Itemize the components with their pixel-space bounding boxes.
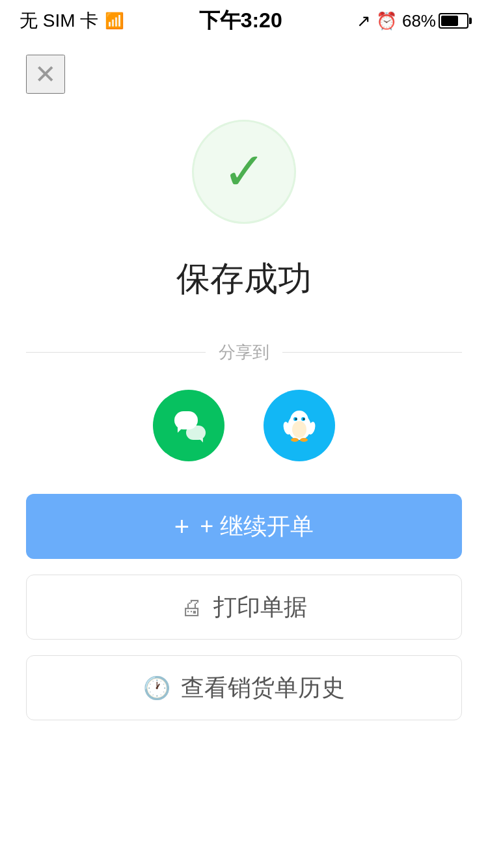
svg-point-4 (295, 418, 297, 420)
battery-fill (441, 16, 458, 26)
wechat-bubble2 (186, 426, 206, 440)
battery-container: 68% (402, 11, 468, 31)
svg-point-9 (300, 438, 308, 442)
success-circle: ✓ (192, 120, 296, 224)
sim-status: 无 SIM 卡 (20, 8, 98, 33)
divider-line-left (26, 352, 206, 353)
main-content: ✕ ✓ 保存成功 分享到 (0, 42, 488, 746)
qq-share-button[interactable] (264, 390, 335, 461)
divider-line-right (282, 352, 462, 353)
continue-label: + 继续开单 (200, 511, 314, 543)
battery-percentage: 68% (402, 11, 436, 31)
location-icon: ↗ (357, 11, 371, 31)
printer-icon: 🖨 (181, 595, 203, 620)
plus-icon: + (174, 512, 189, 541)
history-label: 查看销货单历史 (181, 672, 345, 704)
success-title: 保存成功 (176, 256, 312, 302)
qq-icon (280, 406, 319, 445)
svg-point-8 (291, 438, 299, 442)
wechat-share-button[interactable] (153, 390, 224, 461)
alarm-icon: ⏰ (376, 11, 397, 31)
status-bar-right: ↗ ⏰ 68% (357, 11, 468, 31)
wifi-icon: 📶 (105, 12, 124, 30)
status-bar-time: 下午3:20 (199, 7, 282, 35)
action-buttons: + + 继续开单 🖨 打印单据 🕐 查看销货单历史 (26, 494, 462, 720)
print-label: 打印单据 (213, 591, 307, 623)
status-bar: 无 SIM 卡 📶 下午3:20 ↗ ⏰ 68% (0, 0, 488, 42)
close-icon: ✕ (34, 61, 57, 87)
clock-icon: 🕐 (143, 675, 170, 701)
svg-point-5 (303, 418, 305, 420)
close-button[interactable]: ✕ (26, 55, 65, 94)
share-icons (26, 390, 462, 461)
share-section: 分享到 (26, 341, 462, 461)
wechat-icon (169, 411, 208, 440)
checkmark-icon: ✓ (223, 146, 266, 198)
svg-point-7 (292, 421, 306, 438)
share-divider: 分享到 (26, 341, 462, 364)
history-button[interactable]: 🕐 查看销货单历史 (26, 655, 462, 720)
battery-icon (439, 13, 468, 29)
print-button[interactable]: 🖨 打印单据 (26, 575, 462, 640)
share-label: 分享到 (219, 341, 269, 364)
continue-button[interactable]: + + 继续开单 (26, 494, 462, 559)
status-bar-left: 无 SIM 卡 📶 (20, 8, 124, 33)
